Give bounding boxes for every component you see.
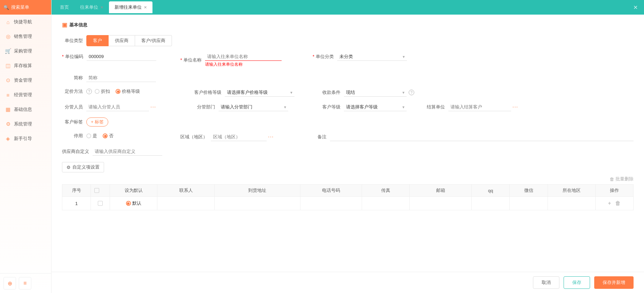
section-title-icon: ▣	[62, 22, 67, 28]
pricing-radio-level[interactable]: 价格等级	[116, 88, 140, 95]
batch-delete-label[interactable]: 批量删除	[615, 176, 634, 182]
purchase-icon: 🛒	[5, 48, 11, 54]
sidebar-item-guide[interactable]: ◈ 新手引导	[0, 131, 51, 146]
row-fax-input[interactable]	[366, 201, 406, 206]
save-new-button[interactable]: 保存并新增	[594, 276, 634, 289]
sidebar-bottom-btn-1[interactable]: ⊕	[3, 277, 16, 290]
disabled-label: 停用	[62, 133, 86, 139]
customer-tag-label: 客户标签	[62, 119, 86, 125]
section-title-text: 基本信息	[69, 22, 87, 28]
supplier-custom-input[interactable]	[93, 147, 162, 156]
unit-code-label: 单位编码	[62, 54, 87, 60]
sidebar-item-inventory[interactable]: ◫ 库存核算	[0, 58, 51, 73]
row-contact[interactable]	[157, 197, 214, 210]
row-default-radio[interactable]	[126, 201, 131, 206]
pricing-radio-discount[interactable]: 折扣	[95, 88, 110, 95]
disabled-radio-no[interactable]: 否	[103, 133, 113, 139]
sidebar-bottom-btn-2[interactable]: ≡	[19, 277, 31, 290]
disabled-radio-group: 是 否	[86, 133, 113, 139]
window-close-btn[interactable]: ✕	[630, 4, 641, 11]
supervisor-label: 分管人员	[62, 104, 86, 110]
unit-category-group: 单位分类 未分类 ▼	[313, 52, 634, 61]
unit-category-select[interactable]: 未分类	[337, 52, 407, 61]
unit-btn-supplier[interactable]: 供应商	[109, 35, 135, 46]
sidebar-item-basic[interactable]: ▦ 基础信息	[0, 102, 51, 117]
payment-terms-select-wrapper: 现结 ▼	[344, 88, 407, 97]
sidebar-item-finance[interactable]: ⊙ 资金管理	[0, 73, 51, 88]
row-email[interactable]	[410, 197, 472, 210]
row-region-input[interactable]	[551, 201, 592, 206]
row-phone-input[interactable]	[304, 201, 359, 206]
supervisor-input[interactable]	[86, 103, 149, 111]
payment-terms-help-icon[interactable]: ?	[409, 90, 414, 95]
customer-price-level-select-wrapper: 请选择客户价格等级 ▼	[225, 88, 294, 97]
pricing-radio-group: 折扣 价格等级	[95, 88, 140, 95]
payment-terms-select[interactable]: 现结	[344, 88, 407, 97]
unit-code-group: 单位编码	[62, 52, 180, 61]
col-region: 所在地区	[548, 185, 595, 197]
remarks-input[interactable]	[330, 133, 634, 141]
col-wechat: 微信	[510, 185, 548, 197]
unit-code-input[interactable]	[87, 52, 156, 61]
settlement-unit-more-btn[interactable]: ···	[511, 104, 519, 110]
pricing-method-group: 定价方法 ? 折扣 价格等级	[62, 88, 194, 95]
region-more-btn[interactable]: ···	[267, 134, 275, 140]
tab-new-partner[interactable]: 新增往来单位 ✕	[109, 1, 152, 13]
col-qq: qq	[472, 185, 510, 197]
row-contact-input[interactable]	[161, 201, 211, 206]
settlement-unit-input[interactable]	[448, 103, 511, 111]
row-qq-input[interactable]	[475, 201, 506, 206]
row-default-cell: 默认	[110, 197, 157, 210]
sidebar-item-operations[interactable]: ≡ 经营管理	[0, 88, 51, 102]
row-qq[interactable]	[472, 197, 510, 210]
supplier-custom-label: 供应商自定义	[62, 148, 93, 155]
tab-partners[interactable]: 往来单位 ✕	[74, 1, 109, 13]
customer-price-level-label: 客户价格等级	[194, 89, 225, 96]
department-select[interactable]: 请输入分管部门	[219, 103, 288, 111]
row-address[interactable]	[214, 197, 300, 210]
row-checkbox[interactable]	[98, 201, 103, 206]
row-email-input[interactable]	[413, 201, 468, 206]
row-wechat[interactable]	[510, 197, 548, 210]
supervisor-more-btn[interactable]: ···	[149, 104, 157, 110]
sidebar-item-quick-nav[interactable]: ⌂ 快捷导航	[0, 15, 51, 29]
row-add-btn[interactable]: +	[606, 200, 612, 207]
short-name-input[interactable]	[86, 74, 156, 82]
tab-partners-close[interactable]: ✕	[100, 5, 103, 10]
pricing-help-icon[interactable]: ?	[86, 89, 92, 94]
region-input[interactable]	[211, 133, 267, 141]
customer-level-select[interactable]: 请选择客户等级	[344, 103, 407, 111]
section-title: ▣ 基本信息	[62, 22, 634, 28]
sidebar-item-system[interactable]: ⚙ 系统管理	[0, 117, 51, 131]
table-section: ⚙ 自定义项设置 🗑 批量删除 序号 设为默认 联系人 到货地址	[62, 162, 634, 210]
unit-name-input[interactable]	[205, 52, 282, 61]
unit-name-error: 请输入往来单位名称	[205, 62, 313, 67]
remarks-group: 备注	[306, 133, 634, 141]
row-delete-btn[interactable]: 🗑	[614, 200, 622, 207]
customer-price-level-select[interactable]: 请选择客户价格等级	[225, 88, 294, 97]
col-email: 邮箱	[410, 185, 472, 197]
sidebar-search[interactable]: 🔍 搜索菜单	[0, 0, 51, 15]
row-region[interactable]	[548, 197, 595, 210]
save-button[interactable]: 保存	[564, 276, 590, 289]
customer-level-group: 客户等级 请选择客户等级 ▼	[320, 103, 424, 111]
unit-btn-both[interactable]: 客户/供应商	[135, 35, 172, 46]
sidebar-item-purchase[interactable]: 🛒 采购管理	[0, 44, 51, 58]
cancel-button[interactable]: 取消	[533, 276, 559, 289]
remarks-label: 备注	[306, 134, 330, 140]
row-address-input[interactable]	[218, 201, 297, 206]
disabled-radio-yes-dot	[86, 133, 91, 138]
tab-home[interactable]: 首页	[54, 1, 74, 13]
disabled-radio-yes[interactable]: 是	[86, 133, 97, 139]
unit-btn-customer[interactable]: 客户	[86, 35, 109, 46]
col-fax: 传真	[362, 185, 410, 197]
row-supplier-custom: 供应商自定义	[62, 147, 634, 156]
row-fax[interactable]	[362, 197, 410, 210]
tab-new-partner-close[interactable]: ✕	[144, 5, 147, 10]
custom-settings-btn[interactable]: ⚙ 自定义项设置	[62, 162, 104, 172]
sidebar-item-sales[interactable]: ◎ 销售管理	[0, 29, 51, 44]
row-phone[interactable]	[300, 197, 362, 210]
add-tag-btn[interactable]: + 标签	[86, 117, 108, 127]
row-wechat-input[interactable]	[513, 201, 544, 206]
select-all-checkbox[interactable]	[94, 188, 99, 193]
